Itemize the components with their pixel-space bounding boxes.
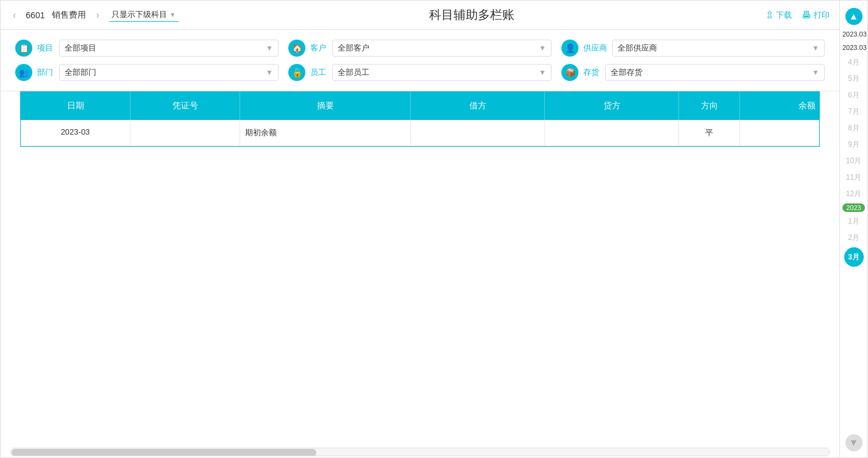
cell-voucher — [130, 120, 240, 146]
department-label: 部门 — [37, 67, 54, 78]
timeline-period-1[interactable]: 2023.03 — [840, 27, 867, 41]
employee-select-value: 全部员工 — [338, 67, 539, 78]
filter-department: 👥 部门 全部部门 ▼ — [10, 60, 283, 85]
timeline-month-11[interactable]: 11月 — [840, 169, 867, 186]
filter-project: 📋 项目 全部项目 ▼ — [10, 36, 283, 60]
inventory-chevron-icon: ▼ — [812, 68, 819, 77]
show-sub-chevron-icon: ▼ — [169, 11, 176, 18]
timeline-month-5[interactable]: 5月 — [840, 71, 867, 87]
cell-debit — [411, 120, 545, 146]
customer-icon: 🏠 — [288, 40, 305, 57]
customer-chevron-icon: ▼ — [539, 44, 546, 52]
customer-select-value: 全部客户 — [338, 43, 539, 54]
employee-select[interactable]: 全部员工 ▼ — [332, 64, 552, 81]
timeline-month-10[interactable]: 10月 — [840, 153, 867, 169]
page-title: 科目辅助多栏账 — [186, 7, 758, 23]
table-row: 2023-03 期初余额 平 — [21, 120, 819, 146]
timeline-month-12[interactable]: 12月 — [840, 186, 867, 202]
filter-employee: 🔒 员工 全部员工 ▼ — [283, 60, 557, 85]
col-debit: 借方 — [411, 92, 545, 120]
project-label: 项目 — [37, 43, 54, 54]
timeline-year-badge[interactable]: 2023 — [842, 203, 864, 212]
department-select-value: 全部部门 — [65, 67, 266, 78]
col-credit: 贷方 — [545, 92, 679, 120]
table-body: 2023-03 期初余额 平 — [21, 120, 819, 146]
supplier-chevron-icon: ▼ — [812, 44, 819, 52]
print-button[interactable]: 🖶 打印 — [802, 10, 830, 21]
department-select[interactable]: 全部部门 ▼ — [59, 64, 279, 81]
timeline-month-2[interactable]: 2月 — [840, 230, 867, 246]
scroll-thumb — [12, 449, 316, 456]
col-balance: 余额 — [740, 92, 820, 120]
project-icon: 📋 — [15, 40, 32, 57]
project-select-value: 全部项目 — [65, 43, 266, 54]
cell-summary: 期初余额 — [240, 120, 411, 146]
cell-direction: 平 — [679, 120, 740, 146]
col-direction: 方向 — [679, 92, 740, 120]
timeline-current-month[interactable]: 3月 — [844, 247, 864, 267]
download-icon: ⇫ — [766, 9, 774, 21]
horizontal-scrollbar[interactable] — [10, 448, 830, 456]
department-icon: 👥 — [15, 64, 32, 81]
ledger-table: 日期 凭证号 摘要 借方 贷方 方向 余额 2023-03 期初余额 平 — [20, 91, 820, 147]
timeline-up-button[interactable]: ▲ — [845, 8, 863, 25]
timeline-month-8[interactable]: 8月 — [840, 120, 867, 136]
cell-credit — [545, 120, 679, 146]
show-sub-select[interactable]: 只显示下级科目 ▼ — [109, 8, 179, 22]
table-header: 日期 凭证号 摘要 借方 贷方 方向 余额 — [21, 92, 819, 120]
supplier-select[interactable]: 全部供应商 ▼ — [612, 40, 825, 57]
account-name: 销售费用 — [52, 10, 86, 21]
prev-account-button[interactable]: ‹ — [10, 9, 18, 22]
inventory-select[interactable]: 全部存货 ▼ — [605, 64, 825, 81]
next-account-button[interactable]: › — [93, 9, 101, 22]
col-date: 日期 — [21, 92, 130, 120]
customer-select[interactable]: 全部客户 ▼ — [332, 40, 552, 57]
customer-label: 客户 — [310, 43, 327, 54]
filter-customer: 🏠 客户 全部客户 ▼ — [283, 36, 557, 60]
timeline-month-6[interactable]: 6月 — [840, 87, 867, 104]
inventory-select-value: 全部存货 — [611, 67, 812, 78]
inventory-icon: 📦 — [561, 64, 578, 81]
employee-icon: 🔒 — [288, 64, 305, 81]
inventory-label: 存货 — [583, 67, 600, 78]
col-voucher: 凭证号 — [130, 92, 240, 120]
timeline-month-7[interactable]: 7月 — [840, 104, 867, 120]
print-icon: 🖶 — [802, 10, 811, 21]
project-chevron-icon: ▼ — [266, 44, 273, 52]
project-select[interactable]: 全部项目 ▼ — [59, 40, 279, 57]
timeline-month-9[interactable]: 9月 — [840, 136, 867, 153]
download-button[interactable]: ⇫ 下载 — [766, 9, 792, 21]
timeline-down-button[interactable]: ▼ — [845, 434, 863, 451]
cell-balance — [740, 120, 820, 146]
department-chevron-icon: ▼ — [266, 68, 273, 77]
filter-supplier: 👤 供应商 全部供应商 ▼ — [557, 36, 830, 60]
filter-inventory: 📦 存货 全部存货 ▼ — [557, 60, 830, 85]
col-summary: 摘要 — [240, 92, 411, 120]
supplier-icon: 👤 — [561, 40, 578, 57]
timeline-month-1[interactable]: 1月 — [840, 213, 867, 230]
account-code: 6601 — [26, 10, 44, 20]
download-label: 下载 — [776, 10, 792, 21]
employee-chevron-icon: ▼ — [539, 68, 546, 77]
filters-panel: 📋 项目 全部项目 ▼ 🏠 客户 全部客户 ▼ 👤 供应商 全部供应 — [1, 30, 839, 91]
timeline-panel: ▲ 2023.03 2023.03 4月 5月 6月 7月 8月 9月 10月 … — [839, 1, 867, 458]
cell-date: 2023-03 — [21, 120, 130, 146]
employee-label: 员工 — [310, 67, 327, 78]
show-sub-label: 只显示下级科目 — [112, 9, 167, 20]
timeline-month-4[interactable]: 4月 — [840, 54, 867, 71]
print-label: 打印 — [814, 10, 830, 21]
supplier-label: 供应商 — [583, 43, 607, 54]
supplier-select-value: 全部供应商 — [617, 43, 812, 54]
timeline-period-2[interactable]: 2023.03 — [840, 41, 867, 54]
